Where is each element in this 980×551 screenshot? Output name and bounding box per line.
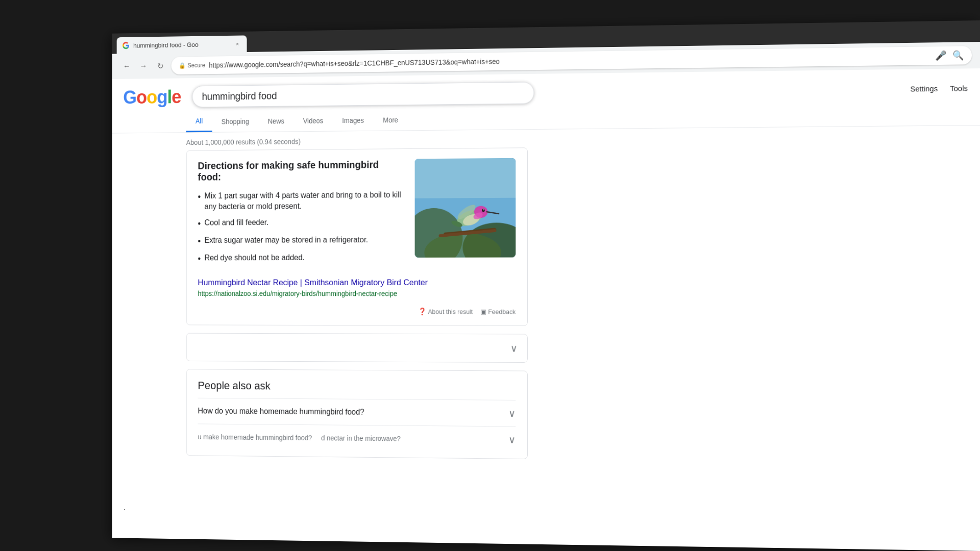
about-result-button[interactable]: ❓ About this result [418,308,473,316]
secure-badge: 🔒 Secure [179,62,205,69]
snippet-url: https://nationalzoo.si.edu/migratory-bir… [198,290,516,298]
expandable-result-1[interactable]: ∨ [186,333,528,363]
snippet-bullet-2: • Cool and fill feeder. [198,216,405,230]
paa-item-1[interactable]: How do you make homemade hummingbird foo… [198,398,516,427]
header-right: Settings Tools [910,84,968,93]
paa-arrow-2: ∨ [508,434,516,445]
browser-window: hummingbird food - Goo × ← → ↻ 🔒 Secure … [112,20,980,551]
svg-rect-1 [415,158,516,198]
tab-images[interactable]: Images [333,110,374,130]
expand-arrow-1: ∨ [510,342,518,354]
snippet-image [415,158,516,258]
snippet-feedback-row: ❓ About this result ▣ Feedback [198,304,516,316]
results-area: Directions for making safe hummingbird f… [112,144,980,472]
bullet-4: • [198,253,201,265]
back-button[interactable]: ← [119,59,134,74]
secure-label: Secure [187,62,205,69]
logo-l: l [167,86,172,107]
paa-arrow-1: ∨ [508,408,516,419]
lock-icon: 🔒 [179,62,186,69]
paa-item-2[interactable]: u make homemade hummingbird food? d nect… [198,424,516,453]
paa-question-2: u make homemade hummingbird food? d nect… [198,433,401,443]
results-column: Directions for making safe hummingbird f… [186,147,528,467]
tab-shopping[interactable]: Shopping [212,111,258,131]
snippet-content: Directions for making safe hummingbird f… [198,159,405,270]
logo-e: e [172,86,181,107]
forward-button[interactable]: → [136,58,151,74]
bullet-2: • [198,218,201,230]
paa-title: People also ask [198,380,516,394]
tools-link[interactable]: Tools [950,84,968,92]
snippet-bullet-3: • Extra sugar water may be stored in a r… [198,234,405,247]
search-icon[interactable]: 🔍 [952,49,964,61]
logo-g2: g [157,86,167,107]
snippet-bullet-4: • Red dye should not be added. [198,252,405,265]
address-text: https://www.google.com/search?q=what+is+… [209,52,931,69]
logo-o2: o [146,87,157,107]
search-box-container [192,82,534,107]
snippet-bullet-1: • Mix 1 part sugar with 4 parts water an… [198,189,405,212]
settings-link[interactable]: Settings [910,84,938,93]
address-icons: 🎤 🔍 [935,49,964,61]
tab-close-button[interactable]: × [234,40,241,48]
logo-o1: o [136,87,146,107]
snippet-with-image: Directions for making safe hummingbird f… [198,158,516,270]
svg-point-12 [483,209,484,210]
microphone-icon[interactable]: 🎤 [935,50,946,61]
question-circle-icon: ❓ [418,308,426,316]
snippet-list: • Mix 1 part sugar with 4 parts water an… [198,189,405,265]
snippet-title: Directions for making safe hummingbird f… [198,159,405,183]
svg-point-11 [482,209,485,212]
active-tab[interactable]: hummingbird food - Goo × [117,35,247,54]
feedback-button[interactable]: ▣ Feedback [480,308,516,316]
snippet-source-link[interactable]: Hummingbird Nectar Recipe | Smithsonian … [198,278,516,288]
tab-news[interactable]: News [258,111,293,131]
tab-title: hummingbird food - Goo [133,40,230,49]
tab-favicon [122,41,129,49]
google-page: Google Settings Tools All Shopping News … [112,68,980,551]
nav-buttons: ← → ↻ [119,58,167,74]
google-logo: Google [123,86,181,108]
tab-all[interactable]: All [186,111,212,133]
people-also-ask: People also ask How do you make homemade… [186,369,528,460]
featured-snippet: Directions for making safe hummingbird f… [186,147,528,326]
refresh-button[interactable]: ↻ [153,58,167,74]
feedback-icon: ▣ [480,308,486,316]
tab-more[interactable]: More [374,110,408,130]
bullet-3: • [198,236,201,248]
paa-question-1: How do you make homemade hummingbird foo… [198,407,364,417]
tab-videos[interactable]: Videos [293,111,332,131]
hummingbird-svg [415,158,516,258]
logo-g: G [123,87,136,107]
bullet-1: • [198,191,201,204]
search-input[interactable] [192,82,534,107]
